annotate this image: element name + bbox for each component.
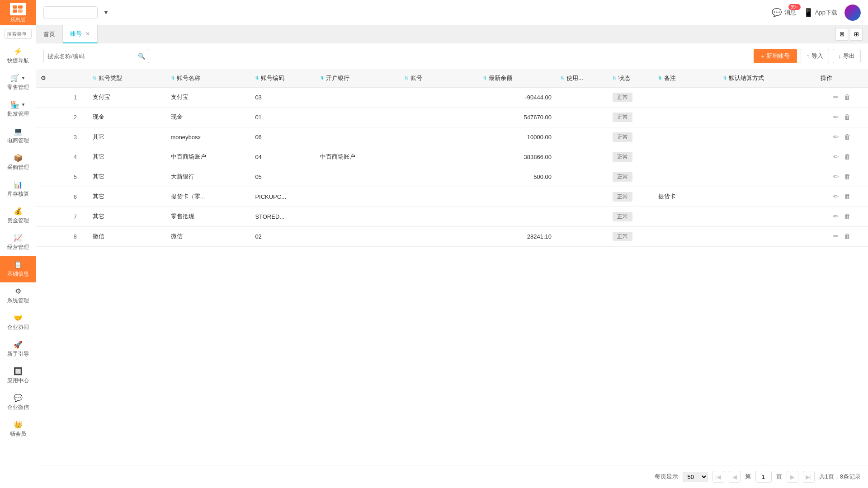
row-default-cell xyxy=(718,147,816,167)
delete-button[interactable]: 🗑 xyxy=(842,172,853,181)
col-header-usage[interactable]: ⇅ 使用... xyxy=(556,69,608,87)
col-bank-label: 开户银行 xyxy=(326,74,349,82)
sort-name-icon: ⇅ xyxy=(171,75,175,80)
col-header-remark[interactable]: ⇅ 备注 xyxy=(654,69,719,87)
delete-button[interactable]: 🗑 xyxy=(842,92,853,102)
row-code-cell: 04 xyxy=(250,147,316,167)
sidebar-item-wholesale[interactable]: 🏪 ▼ 批发管理 xyxy=(0,96,36,122)
row-bank-cell xyxy=(316,127,400,147)
page-next-button[interactable]: ▶ xyxy=(787,471,798,483)
page-size-select[interactable]: 50 100 200 xyxy=(683,472,708,482)
tab-account[interactable]: 账号 ✕ xyxy=(63,25,98,43)
sidebar-item-ecommerce[interactable]: 💻 电商管理 xyxy=(0,122,36,149)
sidebar-item-operation[interactable]: 📈 经营管理 xyxy=(0,229,36,256)
col-header-type[interactable]: ⇅ 账号类型 xyxy=(88,69,166,87)
delete-button[interactable]: 🗑 xyxy=(842,132,853,141)
row-name-cell: 大新银行 xyxy=(166,167,251,187)
app-download-button[interactable]: 📱 App下载 xyxy=(803,8,837,18)
col-header-bank[interactable]: ⇅ 开户银行 xyxy=(316,69,400,87)
edit-button[interactable]: ✏ xyxy=(831,132,841,142)
delete-button[interactable]: 🗑 xyxy=(842,152,853,161)
user-avatar[interactable] xyxy=(844,5,861,21)
delete-button[interactable]: 🗑 xyxy=(842,211,853,221)
row-name-cell: moneybosx xyxy=(166,127,251,147)
row-bank-cell xyxy=(316,206,400,226)
edit-button[interactable]: ✏ xyxy=(831,192,841,202)
col-header-account[interactable]: ⇅ 账号 xyxy=(400,69,478,87)
header-search-input[interactable] xyxy=(43,6,98,19)
row-balance-cell: 547670.00 xyxy=(478,107,557,127)
import-icon: ↑ xyxy=(807,53,810,60)
edit-button[interactable]: ✏ xyxy=(831,152,841,162)
tab-maximize-button[interactable]: ⊞ xyxy=(850,28,863,41)
row-code-cell: 03 xyxy=(250,87,316,107)
export-button[interactable]: ↓ 导出 xyxy=(833,49,861,63)
sidebar-item-retail[interactable]: 🛒 ▼ 零售管理 xyxy=(0,69,36,96)
sidebar-item-inventory[interactable]: 📊 库存核算 xyxy=(0,176,36,202)
tab-minimize-button[interactable]: ⊠ xyxy=(835,28,848,41)
col-header-gear[interactable]: ⚙ xyxy=(36,69,62,87)
row-action-cell: ✏ 🗑 xyxy=(816,87,868,107)
col-header-balance[interactable]: ⇅ 最新余额 xyxy=(478,69,557,87)
page-number-input[interactable] xyxy=(755,471,772,483)
row-usage-cell xyxy=(556,226,608,246)
delete-button[interactable]: 🗑 xyxy=(842,231,853,241)
dropdown-arrow-icon: ▼ xyxy=(103,9,109,16)
status-badge: 正常 xyxy=(613,132,632,142)
search-button[interactable]: 🔍 xyxy=(134,49,149,63)
sidebar-item-system[interactable]: ⚙ 系统管理 xyxy=(0,282,36,309)
sort-bank-icon: ⇅ xyxy=(320,75,324,80)
accounts-table: ⚙ ⇅ 账号类型 ⇅ 账号名称 xyxy=(36,69,868,247)
sidebar-item-shortcuts[interactable]: ⚡ 快捷导航 xyxy=(0,42,36,69)
edit-button[interactable]: ✏ xyxy=(831,112,841,122)
import-button[interactable]: ↑ 导入 xyxy=(801,49,829,63)
col-header-status[interactable]: ⇅ 状态 xyxy=(608,69,654,87)
status-badge: 正常 xyxy=(613,152,632,162)
row-status-cell: 正常 xyxy=(608,127,654,147)
system-icon: ⚙ xyxy=(15,287,21,296)
col-header-default[interactable]: ⇅ 默认结算方式 xyxy=(718,69,816,87)
col-code-label: 账号编码 xyxy=(261,74,284,82)
col-header-code[interactable]: ⇅ 账号编码 xyxy=(250,69,316,87)
tab-home[interactable]: 首页 xyxy=(36,25,63,43)
sidebar-item-basic[interactable]: 📋 基础信息 xyxy=(0,256,36,282)
row-name-cell: 微信 xyxy=(166,226,251,246)
sidebar-item-finance[interactable]: 💰 资金管理 xyxy=(0,202,36,229)
col-header-name[interactable]: ⇅ 账号名称 xyxy=(166,69,251,87)
sidebar-item-apps[interactable]: 🔲 应用中心 xyxy=(0,362,36,389)
header-dropdown[interactable]: ▼ xyxy=(103,9,109,16)
edit-button[interactable]: ✏ xyxy=(831,211,841,221)
sidebar-item-wechat[interactable]: 💬 企业微信 xyxy=(0,389,36,416)
sidebar-search-input[interactable] xyxy=(5,29,32,39)
row-account-cell xyxy=(400,167,478,187)
search-box: 🔍 xyxy=(43,49,149,63)
total-records-label: 共1页，8条记录 xyxy=(819,473,861,481)
search-input[interactable] xyxy=(44,49,134,63)
edit-button[interactable]: ✏ xyxy=(831,172,841,182)
delete-button[interactable]: 🗑 xyxy=(842,112,853,122)
add-account-button[interactable]: + 新增账号 xyxy=(754,49,797,63)
sidebar-item-search[interactable] xyxy=(0,25,36,42)
row-gear-cell xyxy=(36,87,62,107)
sidebar-item-member[interactable]: 👑 畅会员 xyxy=(0,416,36,442)
edit-button[interactable]: ✏ xyxy=(831,92,841,102)
row-account-cell xyxy=(400,206,478,226)
main-content: ▼ 💬 99+ 消息 📱 App下载 首页 账号 ✕ xyxy=(36,0,868,488)
sidebar-wholesale-label: 批发管理 xyxy=(7,110,29,118)
message-button[interactable]: 💬 99+ 消息 xyxy=(772,8,796,18)
edit-button[interactable]: ✏ xyxy=(831,231,841,241)
row-remark-cell xyxy=(654,147,719,167)
page-last-button[interactable]: ▶| xyxy=(803,471,815,483)
member-icon: 👑 xyxy=(14,420,23,429)
tab-account-close-icon[interactable]: ✕ xyxy=(85,31,90,37)
page-first-button[interactable]: |◀ xyxy=(712,471,724,483)
row-balance-cell: 500.00 xyxy=(478,167,557,187)
sidebar-item-enterprise[interactable]: 🤝 企业协同 xyxy=(0,309,36,336)
sidebar-item-guide[interactable]: 🚀 新手引导 xyxy=(0,336,36,362)
page-prev-button[interactable]: ◀ xyxy=(729,471,741,483)
sidebar-item-purchase[interactable]: 📦 采购管理 xyxy=(0,149,36,176)
row-code-cell: 05 xyxy=(250,167,316,187)
row-account-cell xyxy=(400,107,478,127)
delete-button[interactable]: 🗑 xyxy=(842,192,853,201)
tab-account-label: 账号 xyxy=(70,30,82,38)
